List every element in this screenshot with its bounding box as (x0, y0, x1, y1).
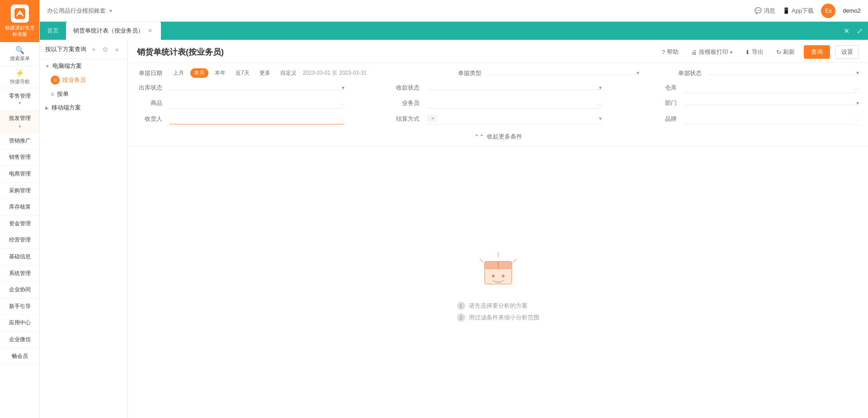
refresh-btn[interactable]: ↻ 刷新 (773, 46, 798, 58)
tree-item-mobile-label: 移动端方案 (52, 104, 81, 112)
warehouse-more-icon[interactable]: ... (854, 85, 859, 91)
sidebar-item-retail-label: 零售管理 (9, 93, 31, 100)
sidebar-item-wechat[interactable]: 企业微信 (0, 332, 39, 348)
logo-text: 畅捷通好生意 标准版 (2, 24, 37, 38)
goods-input-field[interactable] (170, 100, 344, 106)
sidebar-quicknav-item[interactable]: ⚡ 快捷导航 (0, 66, 39, 88)
sidebar-item-wholesale[interactable]: 批发管理 ▴ (0, 110, 39, 133)
breadcrumb-dropdown-icon[interactable]: ▾ (109, 8, 112, 14)
date-options: 上月 本月 本年 近7天 更多 自定义 2023-03-01 至 2023-03… (170, 68, 367, 78)
help-btn[interactable]: ? 帮助 (658, 46, 682, 58)
chevron-up-icon: ▴ (19, 123, 21, 128)
sidebar-item-newbie-label: 新手引导 (9, 303, 31, 310)
sidebar-item-apps-label: 应用中心 (9, 319, 31, 327)
sidebar-item-basic[interactable]: 基础信息 (0, 249, 39, 266)
sidebar-item-inventory[interactable]: 库存核算 (0, 199, 39, 216)
tree-item-by-salesperson[interactable]: 业 按业务员 (40, 73, 127, 87)
date-btn-last7days[interactable]: 近7天 (232, 68, 253, 78)
tree-item-by-bill[interactable]: ≡ 按单 (40, 87, 127, 101)
salesperson-more-icon[interactable]: ... (597, 100, 602, 106)
sidebar-logo[interactable]: 畅捷通好生意 标准版 (0, 0, 39, 42)
department-select[interactable] (684, 101, 859, 105)
consignee-input[interactable]: ... (170, 114, 344, 124)
sidebar-item-ecommerce[interactable]: 电商管理 (0, 166, 39, 183)
settlement-input[interactable]: × ▾ (427, 113, 602, 124)
export-icon: ⬇ (745, 49, 750, 56)
settlement-tag: × (427, 115, 437, 122)
tab-home[interactable]: 首页 (40, 22, 66, 40)
avatar[interactable]: Ea (821, 4, 835, 18)
goods-more-icon[interactable]: ... (340, 100, 344, 106)
right-panel: 销货单统计表(按业务员) ? 帮助 🖨 按模板打印 ▾ ⬇ 导出 (128, 40, 868, 418)
message-btn[interactable]: 💬 消息 (755, 7, 775, 15)
brand-input-field[interactable] (684, 115, 859, 122)
tab-bar-expand-btn[interactable]: ⤢ (855, 25, 864, 37)
date-btn-thisyear[interactable]: 本年 (211, 68, 229, 78)
svg-line-7 (513, 259, 516, 262)
doc-status-select[interactable] (709, 71, 859, 75)
collapse-panel-btn[interactable]: « (112, 44, 122, 54)
sidebar-item-operations-label: 经营管理 (9, 237, 31, 244)
export-btn[interactable]: ⬇ 导出 (741, 46, 767, 58)
settlement-tag-close-btn[interactable]: × (431, 116, 434, 121)
date-btn-custom[interactable]: 自定义 (277, 68, 300, 78)
settlement-dropdown-icon[interactable]: ▾ (599, 115, 602, 122)
collapse-btn[interactable]: ⌃⌃ 收起更多条件 (137, 129, 859, 141)
consignee-more-icon[interactable]: ... (340, 115, 344, 122)
sidebar-item-member-label: 畅会员 (12, 353, 28, 360)
sidebar-item-apps[interactable]: 应用中心 (0, 315, 39, 332)
consignee-label: 收货人 (137, 115, 162, 123)
tab-bar-close-btn[interactable]: ✕ (842, 25, 851, 37)
tree-item-desktop[interactable]: ▼ 电脑端方案 (40, 59, 127, 73)
settings-btn[interactable]: 设置 (835, 45, 859, 59)
tree-item-mobile[interactable]: ▶ 移动端方案 (40, 101, 127, 114)
settings-scheme-btn[interactable]: ⊙ (100, 44, 110, 54)
salesperson-input[interactable]: ... (427, 98, 602, 109)
date-range-text: 2023-03-01 至 2023-03-31 (303, 69, 367, 77)
sidebar-item-finance-label: 资金管理 (9, 220, 31, 228)
sidebar-item-newbie[interactable]: 新手引导 (0, 299, 39, 315)
doc-type-label: 单据类型 (456, 69, 481, 77)
receipt-status-select[interactable] (427, 86, 602, 90)
empty-hint-1: 1 请先选择要分析的方案 (457, 302, 539, 310)
filter-row-4: 收货人 ... 结算方式 × ▾ (137, 113, 859, 124)
goods-input[interactable]: ... (170, 98, 344, 109)
brand-input[interactable]: ... (684, 114, 859, 124)
date-btn-lastmonth[interactable]: 上月 (170, 68, 188, 78)
consignee-input-field[interactable] (170, 115, 344, 122)
sidebar-item-purchase-label: 采购管理 (9, 187, 31, 195)
salesperson-input-field[interactable] (427, 100, 602, 106)
sidebar-item-member[interactable]: 畅会员 (0, 348, 39, 365)
logo-icon (11, 5, 29, 23)
goods-label: 商品 (137, 99, 162, 107)
date-btn-thismonth[interactable]: 本月 (190, 68, 208, 78)
print-btn[interactable]: 🖨 按模板打印 ▾ (688, 46, 736, 58)
sidebar-item-operations[interactable]: 经营管理 (0, 232, 39, 249)
sidebar-item-purchase[interactable]: 采购管理 (0, 183, 39, 200)
tab-sales-stat[interactable]: 销货单统计表（按业务员） ✕ (66, 22, 161, 40)
sidebar-item-sales[interactable]: 销售管理 (0, 149, 39, 166)
query-btn[interactable]: 查询 (804, 45, 830, 59)
add-scheme-btn[interactable]: + (89, 44, 99, 54)
out-status-select[interactable] (170, 86, 344, 90)
warehouse-input[interactable]: ... (684, 82, 859, 93)
message-icon: 💬 (755, 7, 762, 14)
sidebar-item-marketing[interactable]: 营销推广 (0, 133, 39, 150)
sidebar-item-cooperation[interactable]: 企业协同 (0, 282, 39, 299)
tab-close-btn[interactable]: ✕ (146, 27, 154, 34)
doc-type-select[interactable] (489, 71, 639, 75)
tree-arrow-icon: ▼ (45, 64, 50, 69)
date-btn-more[interactable]: 更多 (256, 68, 274, 78)
user-name[interactable]: demo2 (843, 7, 861, 14)
settlement-label: 结算方式 (394, 115, 420, 123)
print-icon: 🖨 (691, 49, 697, 56)
brand-more-icon[interactable]: ... (854, 115, 859, 122)
warehouse-input-field[interactable] (684, 84, 859, 91)
sidebar-item-retail[interactable]: 零售管理 ▾ (0, 88, 39, 111)
sidebar-item-system[interactable]: 系统管理 (0, 266, 39, 282)
sidebar-item-finance[interactable]: 资金管理 (0, 216, 39, 233)
app-download-btn[interactable]: 📱 App下载 (783, 7, 814, 15)
brand-label: 品牌 (651, 115, 677, 123)
empty-illustration (473, 243, 523, 294)
sidebar-search-item[interactable]: 🔍 搜索菜单 (0, 42, 39, 66)
